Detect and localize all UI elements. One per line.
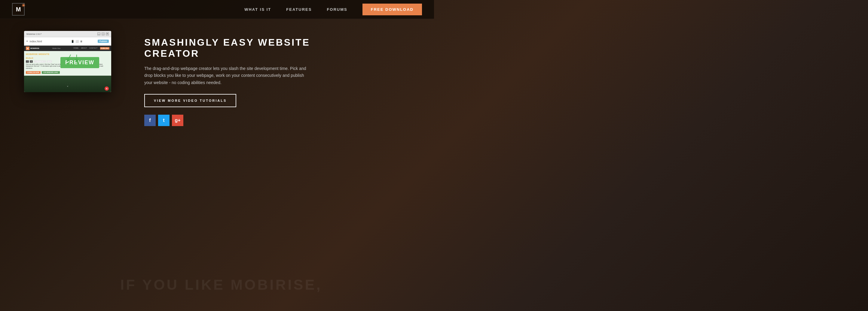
free-download-button[interactable]: FREE DOWNLOAD: [363, 4, 422, 15]
hero-title-line2: CREATOR: [144, 48, 199, 59]
publish-button[interactable]: Publish: [98, 40, 109, 43]
inner-windows-btn: FOR WINDOWS & MAC: [42, 71, 60, 74]
browser-titlebar: Mobirise 2.8.7 — □ ✕: [24, 31, 111, 37]
inner-nav-links: HOME ABOUT CONTACT PUBLISH: [74, 47, 110, 49]
inner-nav-contact: CONTACT: [89, 47, 97, 49]
inner-nav-about: ABOUT: [81, 47, 87, 49]
navbar: M ✳ WHAT IS IT FEATURES FORUMS FREE DOWN…: [0, 0, 434, 19]
address-bar: index.html: [30, 40, 42, 43]
toolbar-right: 📱 ⬜ 🖥 👁 ☁ Publish: [71, 38, 109, 44]
device-icons: 📱 ⬜ 🖥: [71, 40, 83, 43]
inner-website-wrapper: M MOBIRISE Mobile View HOME ABOUT CONTAC…: [24, 46, 111, 92]
desktop-icon[interactable]: 🖥: [80, 40, 83, 43]
inner-bottom-text: · · ·: [65, 83, 70, 85]
inner-logo-text: MOBIRISE: [30, 47, 39, 49]
nav-link-what-is-it[interactable]: WHAT IS IT: [244, 7, 271, 12]
logo-letter: M: [16, 6, 21, 13]
minimize-button[interactable]: —: [97, 32, 100, 35]
main-content: Mobirise 2.8.7 — □ ✕ ≡ index.html 📱 ⬜: [0, 19, 434, 156]
inner-toolbar-icon1: ✓: [26, 60, 29, 63]
navbar-logo-area: M ✳: [12, 3, 25, 15]
hero-description: The drag-and-drop webpage creator lets y…: [144, 65, 313, 87]
logo-box[interactable]: M ✳: [12, 3, 25, 15]
browser-mockup: Mobirise 2.8.7 — □ ✕ ≡ index.html 📱 ⬜: [24, 31, 111, 92]
inner-download-btn: DOWNLOAD NOW: [26, 71, 40, 74]
mobile-view-label: Mobile View: [52, 47, 60, 49]
inner-toolbar-icon2: ✕: [30, 60, 33, 63]
svg-line-1: [68, 55, 71, 61]
browser-controls: — □ ✕: [97, 32, 109, 35]
inner-logo: M MOBIRISE: [26, 46, 39, 50]
twitter-icon[interactable]: t: [158, 115, 169, 126]
hero-title: SMASHINGLY EASY WEBSITE CREATOR: [144, 37, 422, 59]
inner-action-buttons: DOWNLOAD NOW FOR WINDOWS & MAC: [26, 71, 110, 74]
facebook-symbol: f: [149, 118, 151, 123]
browser-title: Mobirise 2.8.7: [26, 33, 41, 35]
nav-link-forums[interactable]: FORUMS: [327, 7, 347, 12]
inner-size-dropdown: 21 ▾: [47, 60, 52, 63]
inner-content: MOBIRISE WEBSITE BUILD ✓ ✕ Roboto ▾ 21 ▾…: [24, 51, 111, 76]
twitter-symbol: t: [163, 118, 164, 123]
add-block-button[interactable]: +: [104, 87, 109, 91]
google-plus-icon[interactable]: g+: [172, 115, 183, 126]
close-button[interactable]: ✕: [106, 32, 109, 35]
hero-content: SMASHINGLY EASY WEBSITE CREATOR The drag…: [126, 28, 422, 126]
hamburger-icon[interactable]: ≡: [26, 40, 28, 43]
toolbar-left: ≡ index.html: [26, 40, 42, 43]
inner-nav-btn: PUBLISH: [100, 47, 110, 49]
inner-nav-home: HOME: [74, 47, 79, 49]
logo-sun-icon: ✳: [22, 3, 25, 8]
chevron-down-icon: ˅: [67, 85, 68, 90]
hero-title-line1: SMASHINGLY EASY WEBSITE: [144, 37, 310, 48]
view-more-videos-button[interactable]: VIEW MORE VIDEO TUTORIALS: [144, 94, 236, 107]
green-arrows: [66, 51, 84, 67]
inner-font-dropdown: Roboto ▾: [34, 60, 46, 63]
cloud-icon[interactable]: ☁: [91, 38, 96, 44]
browser-toolbar: ≡ index.html 📱 ⬜ 🖥 👁 ☁ Publish: [24, 37, 111, 46]
maximize-button[interactable]: □: [101, 32, 104, 35]
facebook-icon[interactable]: f: [144, 115, 156, 126]
inner-nav: M MOBIRISE Mobile View HOME ABOUT CONTAC…: [24, 46, 111, 51]
tablet-icon[interactable]: ⬜: [75, 40, 79, 43]
social-icons: f t g+: [144, 115, 422, 126]
eye-icon[interactable]: 👁: [85, 39, 89, 44]
nav-links: WHAT IS IT FEATURES FORUMS FREE DOWNLOAD: [244, 4, 422, 15]
inner-logo-box: M: [26, 46, 29, 50]
google-plus-symbol: g+: [175, 118, 180, 123]
nav-link-features[interactable]: FEATURES: [286, 7, 312, 12]
mobile-icon[interactable]: 📱: [71, 40, 74, 43]
mockup-container: Mobirise 2.8.7 — □ ✕ ≡ index.html 📱 ⬜: [24, 31, 114, 92]
inner-bottom: · · · ˅ +: [24, 76, 111, 92]
